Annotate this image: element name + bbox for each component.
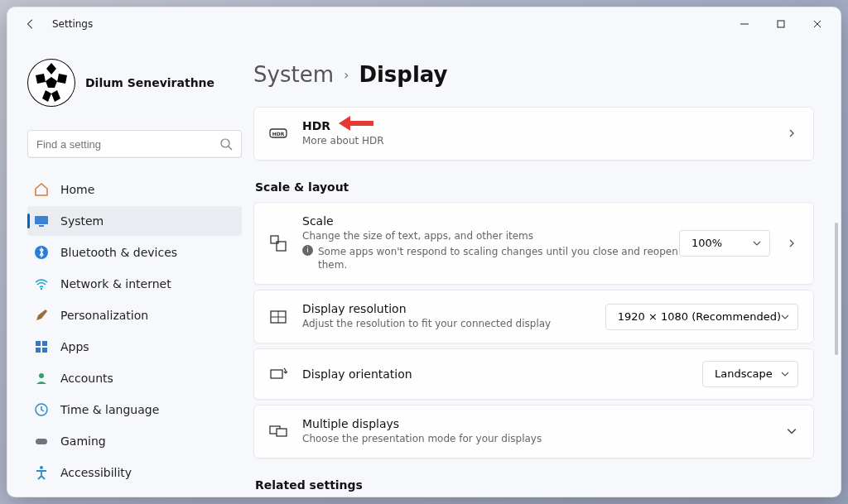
- resolution-title: Display resolution: [302, 302, 605, 315]
- scrollbar-thumb[interactable]: [835, 223, 838, 355]
- gaming-icon: [34, 434, 49, 449]
- breadcrumb-parent[interactable]: System: [253, 62, 334, 87]
- search-box[interactable]: [27, 130, 242, 158]
- nav-label: Personalization: [60, 309, 148, 322]
- multiple-displays-icon: [269, 422, 287, 440]
- svg-point-5: [221, 139, 229, 147]
- svg-rect-12: [42, 341, 47, 346]
- accessibility-icon: [34, 465, 49, 480]
- chevron-right-icon: ›: [344, 67, 349, 83]
- svg-rect-14: [42, 348, 47, 353]
- section-scale-layout: Scale & layout: [255, 180, 814, 194]
- page-title: Display: [359, 62, 447, 87]
- sidebar-item-network[interactable]: Network & internet: [27, 269, 242, 299]
- multiple-sub: Choose the presentation mode for your di…: [302, 432, 770, 446]
- sidebar-item-home[interactable]: Home: [27, 175, 242, 204]
- scale-value: 100%: [691, 237, 722, 249]
- user-name: Dilum Senevirathne: [85, 76, 214, 89]
- person-icon: [34, 371, 49, 386]
- scrollbar[interactable]: [834, 90, 839, 490]
- orientation-dropdown[interactable]: Landscape: [702, 361, 798, 387]
- breadcrumb: System › Display: [253, 62, 814, 87]
- resolution-card[interactable]: Display resolution Adjust the resolution…: [253, 290, 814, 343]
- info-icon: i: [302, 245, 313, 256]
- hdr-card[interactable]: HDR HDR More about HDR: [253, 107, 814, 161]
- nav-label: Network & internet: [60, 277, 171, 290]
- sidebar-item-system[interactable]: System: [27, 206, 242, 236]
- settings-window: Settings Dilum Senevirath: [7, 7, 841, 497]
- sidebar-item-gaming[interactable]: Gaming: [27, 426, 242, 456]
- svg-rect-28: [277, 429, 287, 436]
- scale-title: Scale: [302, 214, 679, 228]
- bluetooth-icon: [34, 245, 49, 260]
- chevron-down-icon: [781, 313, 789, 321]
- hdr-icon: HDR: [269, 124, 287, 142]
- nav-label: Home: [60, 183, 94, 196]
- scale-sub: Change the size of text, apps, and other…: [302, 229, 679, 243]
- svg-text:HDR: HDR: [272, 131, 285, 137]
- svg-point-10: [41, 288, 42, 290]
- chevron-down-icon: [753, 239, 761, 247]
- chevron-right-icon: [785, 129, 798, 137]
- close-button[interactable]: [799, 12, 836, 36]
- svg-point-15: [39, 373, 44, 378]
- window-title: Settings: [52, 18, 93, 30]
- scale-card[interactable]: Scale Change the size of text, apps, and…: [253, 202, 814, 285]
- svg-rect-17: [36, 439, 47, 444]
- resolution-dropdown[interactable]: 1920 × 1080 (Recommended): [605, 304, 798, 330]
- apps-icon: [34, 339, 49, 354]
- scale-warning: Some apps won't respond to scaling chang…: [318, 245, 679, 273]
- hdr-title: HDR: [302, 119, 770, 132]
- sidebar-item-bluetooth[interactable]: Bluetooth & devices: [27, 238, 242, 267]
- nav-label: Gaming: [60, 434, 106, 448]
- svg-rect-8: [39, 225, 44, 227]
- multiple-displays-card[interactable]: Multiple displays Choose the presentatio…: [253, 405, 814, 458]
- maximize-button[interactable]: [763, 12, 799, 36]
- orientation-card[interactable]: Display orientation Landscape: [253, 348, 814, 400]
- chevron-right-icon: [785, 239, 798, 247]
- titlebar: Settings: [7, 7, 841, 41]
- brush-icon: [34, 308, 49, 323]
- clock-icon: [34, 402, 49, 417]
- resolution-sub: Adjust the resolution to fit your connec…: [302, 317, 605, 331]
- scale-icon: [269, 234, 287, 252]
- svg-point-18: [40, 466, 43, 469]
- multiple-title: Multiple displays: [302, 417, 770, 430]
- svg-rect-11: [36, 341, 41, 346]
- nav-label: Time & language: [60, 403, 159, 416]
- svg-rect-1: [778, 21, 784, 27]
- sidebar-item-personalization[interactable]: Personalization: [27, 300, 242, 330]
- resolution-value: 1920 × 1080 (Recommended): [618, 310, 781, 323]
- svg-line-6: [229, 146, 232, 150]
- sidebar-item-apps[interactable]: Apps: [27, 332, 242, 362]
- sidebar-item-accounts[interactable]: Accounts: [27, 363, 242, 393]
- scale-dropdown[interactable]: 100%: [679, 230, 770, 257]
- chevron-down-icon: [785, 426, 798, 436]
- nav-label: Accessibility: [60, 466, 132, 479]
- profile[interactable]: Dilum Senevirathne: [27, 59, 242, 107]
- orientation-value: Landscape: [715, 367, 773, 380]
- svg-rect-7: [35, 216, 48, 224]
- main-panel: System › Display HDR HDR More about HDR: [252, 41, 841, 497]
- nav-list: Home System Bluetooth & devices Network …: [27, 175, 242, 487]
- hdr-subtitle: More about HDR: [302, 134, 770, 148]
- home-icon: [34, 182, 49, 197]
- svg-rect-26: [271, 370, 282, 378]
- sidebar-item-time[interactable]: Time & language: [27, 395, 242, 425]
- minimize-button[interactable]: [726, 12, 763, 36]
- orientation-icon: [269, 365, 287, 383]
- back-button[interactable]: [19, 18, 42, 30]
- section-related: Related settings: [255, 478, 814, 492]
- system-icon: [34, 214, 49, 228]
- svg-rect-13: [36, 348, 41, 353]
- search-input[interactable]: [36, 138, 219, 151]
- wifi-icon: [34, 276, 49, 291]
- resolution-icon: [269, 308, 287, 326]
- avatar: [27, 59, 75, 107]
- sidebar-item-accessibility[interactable]: Accessibility: [27, 458, 242, 487]
- nav-label: System: [60, 214, 104, 228]
- nav-label: Bluetooth & devices: [60, 246, 177, 259]
- nav-label: Accounts: [60, 372, 113, 385]
- chevron-down-icon: [781, 370, 789, 378]
- search-icon: [219, 137, 233, 151]
